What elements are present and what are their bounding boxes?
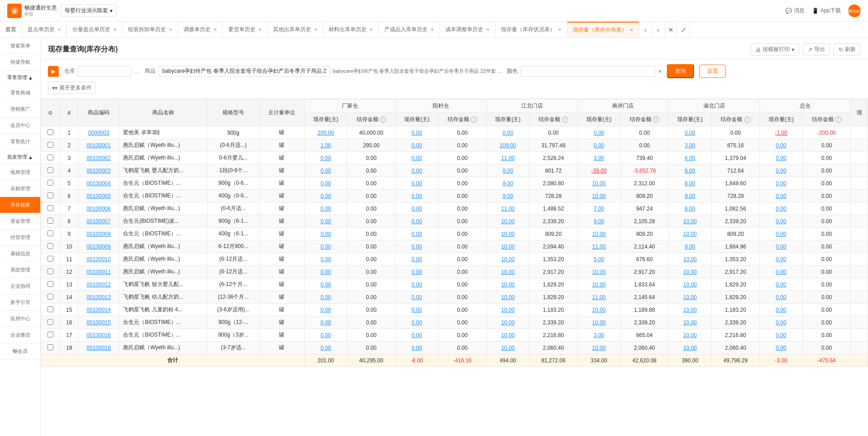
tab-nav-close-all[interactable]: ✕ [665,22,677,38]
row-checkbox[interactable] [47,332,53,338]
th-gear[interactable]: ⚙ [41,99,61,127]
cell-jiangbei-current[interactable]: 10.00 [486,215,529,228]
cell-yubei-current[interactable]: 0.00 [669,127,712,139]
warehouse-dots[interactable]: ... [135,68,139,75]
cell-check[interactable] [41,329,61,342]
info-icon[interactable]: i [835,117,841,123]
tab-transfer[interactable]: 调拨单历史 ✕ [178,22,223,38]
cell-changjiacao-current[interactable]: 0.00 [304,278,347,291]
cell-nangan-current[interactable]: 10.00 [578,266,621,278]
cell-nangan-current[interactable]: 10.00 [578,177,621,190]
cell-changjiacao-current[interactable]: 0.00 [304,164,347,177]
tab-close-icon[interactable]: ✕ [369,27,373,32]
cell-yubei-current[interactable]: 10.00 [669,316,712,329]
cell-jiangbei-current[interactable]: 10.00 [486,278,529,291]
cell-check[interactable] [41,127,61,139]
cell-check[interactable] [41,253,61,266]
cell-yubei-current[interactable]: 10.00 [669,266,712,278]
sidebar-item-quick-nav[interactable]: 快捷导航 [0,54,40,70]
table-wrapper[interactable]: ⚙ # 商品编码 商品名称 规格型号 主计量单位 厂家仓 陌村仓 江北门店 南岸… [41,99,868,436]
sidebar-item-system[interactable]: 系统管理 [0,262,40,278]
cell-yubei-current[interactable]: 8.00 [669,202,712,215]
cell-code[interactable]: 00100003 [78,164,119,177]
cell-nangan-current[interactable]: 10.00 [578,342,621,354]
cell-check[interactable] [41,228,61,240]
tab-close-icon[interactable]: ✕ [630,28,633,33]
cell-check[interactable] [41,266,61,278]
cell-mocun-current[interactable]: 0.00 [396,266,439,278]
cell-nangan-current[interactable]: 7.00 [578,202,621,215]
cell-changjiacao-current[interactable]: 0.00 [304,329,347,342]
row-checkbox[interactable] [47,268,53,274]
row-checkbox[interactable] [47,256,53,262]
query-btn[interactable]: 查询 [667,64,694,78]
tab-nav-prev[interactable]: ‹ [639,22,652,38]
cell-code[interactable]: 00100009 [78,240,119,253]
cell-code[interactable]: 00100015 [78,316,119,329]
cell-jiangbei-current[interactable]: 10.00 [486,329,529,342]
cell-total-current[interactable]: 0.00 [760,164,802,177]
cell-total-current[interactable]: 0.00 [760,190,802,202]
cell-code[interactable]: 00100002 [78,152,119,164]
cell-jiangbei-current[interactable]: 10.00 [486,342,529,354]
sidebar-item-ecommerce[interactable]: 电商管理 [0,164,40,181]
cell-jiangbei-current[interactable]: 10.00 [486,316,529,329]
refresh-btn[interactable]: ↻ 刷新 [834,43,861,56]
tab-close-icon[interactable]: ✕ [314,27,317,32]
cell-changjiacao-current[interactable]: 0.00 [304,190,347,202]
tab-requisition[interactable]: 要货单历史 ✕ [223,22,268,38]
cell-total-current[interactable]: 0.00 [760,202,802,215]
cell-yubei-current[interactable]: 10.00 [669,329,712,342]
tab-close-icon[interactable]: ✕ [113,27,117,32]
sidebar-item-enterprise-wechat[interactable]: 企业微信 [0,327,40,343]
tab-close-icon[interactable]: ✕ [430,27,434,32]
cell-yubei-current[interactable]: 10.00 [669,253,712,266]
print-btn[interactable]: 🖨 按模板打印 ▾ [750,43,799,56]
color-input[interactable] [520,66,656,77]
cell-nangan-current[interactable]: 0.00 [578,139,621,152]
cell-yubei-current[interactable]: 10.00 [669,342,712,354]
tab-material-out[interactable]: 材料出库单历史 ✕ [323,22,379,38]
cell-total-current[interactable]: 0.00 [760,152,802,164]
cell-total-current[interactable]: 0.00 [760,278,802,291]
cell-check[interactable] [41,316,61,329]
cell-nangan-current[interactable]: 10.00 [578,304,621,316]
sidebar-item-operation[interactable]: 经营管理 [0,230,40,246]
cell-total-current[interactable]: 0.00 [760,253,802,266]
info-icon[interactable]: i [744,117,750,123]
cell-mocun-current[interactable]: 0.00 [396,304,439,316]
tab-close-icon[interactable]: ✕ [486,27,490,32]
cell-mocun-current[interactable]: 0.00 [396,329,439,342]
cell-mocun-current[interactable]: 0.00 [396,253,439,266]
row-checkbox[interactable] [47,294,53,300]
tab-disassembly[interactable]: 组装拆卸单历史 ✕ [123,22,178,38]
gear-icon[interactable]: ⚙ [47,109,54,117]
cell-total-current[interactable]: 0.00 [760,240,802,253]
cell-total-current[interactable]: 0.00 [760,316,802,329]
cell-code[interactable]: 00100013 [78,291,119,304]
cell-nangan-current[interactable]: 9.00 [578,215,621,228]
cell-check[interactable] [41,190,61,202]
cell-changjiacao-current[interactable]: 0.00 [304,202,347,215]
cell-mocun-current[interactable]: 0.00 [396,342,439,354]
row-checkbox[interactable] [47,155,53,160]
cell-code[interactable]: 00100006 [78,202,119,215]
user-menu[interactable]: demo2 [848,5,861,17]
cell-nangan-current[interactable]: 11.00 [578,240,621,253]
cell-code[interactable]: 00100010 [78,253,119,266]
sidebar-item-enterprise-collab[interactable]: 企业协同 [0,278,40,295]
sidebar-item-retail-stats[interactable]: 零售统计 [0,134,40,150]
row-checkbox[interactable] [47,344,53,350]
cell-mocun-current[interactable]: 0.00 [396,152,439,164]
cell-jiangbei-current[interactable]: 0.00 [486,127,529,139]
info-icon[interactable]: i [562,117,568,123]
cell-code[interactable]: 00100007 [78,215,119,228]
sidebar-item-purchase[interactable]: 采购管理 [0,181,40,197]
sidebar-item-marketing[interactable]: 营销推广 [0,101,40,117]
tab-close-icon[interactable]: ✕ [213,27,217,32]
row-checkbox[interactable] [47,230,53,236]
cell-code[interactable]: 00100011 [78,266,119,278]
export-btn[interactable]: ↗ 导出 [803,43,830,56]
tab-sub-inventory[interactable]: 分量盘点单历史 ✕ [67,22,123,38]
cell-code[interactable]: 00100014 [78,304,119,316]
